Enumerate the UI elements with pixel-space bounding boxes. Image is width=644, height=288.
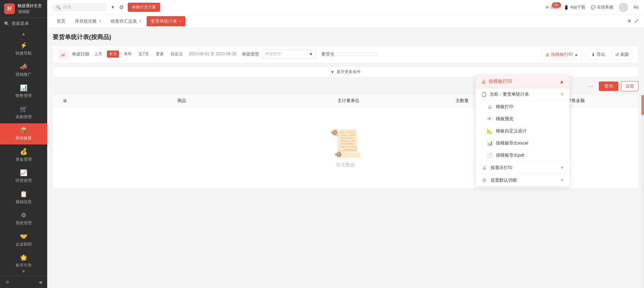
tab-receipt-summary-close[interactable]: × [139,19,141,24]
template-design-icon: 📐 [487,128,493,134]
sidebar-expand-icon[interactable]: ◀ [38,280,42,285]
sidebar-item-collab[interactable]: 🤝 企业协同 [0,229,47,251]
topbar-search[interactable]: 🔍 搜索 [53,3,107,11]
export-pdf-label: 按模板导出pdf [496,152,524,158]
display-print-arrow: ▼ [560,165,564,170]
sidebar-item-inventory[interactable]: 📦 库存核算 [0,123,47,145]
sidebar-item-purchase[interactable]: 🛒 采购管理 [0,102,47,123]
page-content: 要货单统计表(按商品) ⇄ 单据日期 上月 本月 本年 [47,28,644,288]
export-icon: ⬇ [591,52,595,57]
refresh-label: 刷新 [620,52,629,58]
date-btn-prev[interactable]: 上月 [92,51,104,58]
export-excel-label: 按模板导出excel [496,140,528,146]
tab-receipt-summary[interactable]: 收发存汇总表 × [107,16,145,26]
topbar: 🔍 搜索 ▼ ⚙ 体验行业方案 ✉ 消息 99+ 📱 App下载 💬 在线客服 … [47,0,644,15]
tab-order-stats-close[interactable]: × [179,19,181,24]
online-service-btn[interactable]: 💬 在线客服 [591,4,613,10]
goods-input[interactable] [337,53,378,56]
topbar-dropdown[interactable]: ▼ [111,5,115,10]
sidebar-item-sales[interactable]: 📊 销售管理 [0,81,47,102]
sidebar-item-quick-nav[interactable]: ⚡ 快捷导航 [0,38,47,60]
dropdown-export-pdf[interactable]: 📄 按模板导出pdf [476,149,569,161]
expand-label: 展开更多条件 [336,69,361,75]
print-template-btn[interactable]: 🖨 按模板打印 ▲ [541,50,582,60]
tab-batch-account-close[interactable]: × [99,19,101,24]
sidebar-item-operations[interactable]: 📈 经营管理 [0,166,47,187]
tab-order-stats[interactable]: 要货单统计表 × [147,16,185,26]
topbar-search-placeholder: 搜索 [63,4,71,10]
sidebar-settings-icon[interactable]: ⚙ [5,280,9,285]
dropdown-current-template[interactable]: 📋 当前：要货单统计表 ▼ [476,88,569,101]
dropdown-export-excel[interactable]: 📊 按模板导出excel [476,137,569,149]
scroll-thumb[interactable] [641,95,644,115]
finance-icon: 💰 [20,148,27,155]
refresh-icon: ↺ [615,52,619,57]
export-label: 导出 [596,52,605,58]
current-template-content: 📋 当前：要货单统计表 [481,91,529,97]
window-maximize-btn[interactable]: ⤢ [634,18,639,24]
app-download-btn[interactable]: 📱 App下载 [564,4,585,10]
goods-filter-section: 要货仓 [321,51,378,57]
date-btn-current[interactable]: 本月 [107,51,119,58]
trial-button[interactable]: 体验行业方案 [128,3,160,12]
more-dots[interactable]: ··· [588,83,593,90]
operations-label: 经营管理 [16,178,32,184]
sidebar-search-label: 搜索菜单 [11,21,29,27]
export-excel-icon: 📊 [487,140,493,146]
purchase-label: 采购管理 [16,114,32,120]
doctype-arrow: ▼ [309,52,313,57]
date-btn-more[interactable]: 更多 [154,51,166,58]
date-btn-year[interactable]: 本年 [122,51,134,58]
tabs-window-controls: ✕ ⤢ [627,18,639,24]
settings-button[interactable]: 设置 [621,81,639,91]
window-close-btn[interactable]: ✕ [627,18,632,24]
filter-expand-icon-btn[interactable]: ⇄ [58,50,68,60]
online-service-label: 在线客服 [597,4,613,10]
sidebar-logo: 好 畅捷通好生意 标准版 [0,0,47,18]
dropdown-template-preview[interactable]: 👁 模板预览 [476,113,569,125]
sidebar-item-system[interactable]: ⚙ 系统管理 [0,208,47,229]
template-preview-icon: 👁 [487,116,493,122]
current-template-icon: 📋 [481,92,487,97]
doctype-select[interactable]: 单据类型 ▼ [262,50,316,59]
date-btn-7days[interactable]: 近7天 [137,51,151,58]
tab-home[interactable]: 首页 [53,16,69,26]
dropdown-header-arrow: ▲ [559,79,564,84]
refresh-btn[interactable]: ↺ 刷新 [612,50,633,60]
dropdown-set-default[interactable]: ⚙ 设置默认功能 ▼ [476,174,569,186]
sidebar-item-finance[interactable]: 💰 资金管理 [0,145,47,166]
dropdown-header-print-icon: 🖨 [481,79,486,84]
template-design-label: 模板自定义设计 [496,128,527,134]
topbar-gear-icon[interactable]: ⚙ [119,4,124,10]
dropdown-template-design[interactable]: 📐 模板自定义设计 [476,125,569,137]
basic-label: 基础信息 [16,199,32,205]
sidebar-search-btn[interactable]: 🔍 搜索菜单 [0,18,47,29]
sidebar-item-marketing[interactable]: 📣 营销推广 [0,60,47,81]
dropdown-display-print[interactable]: 🖨 按显示打印 ▼ [476,161,569,174]
empty-illustration: 📜 [329,128,362,159]
col-settings[interactable]: ⚙ [58,98,72,103]
user-name[interactable]: Rit [634,5,639,10]
print-dropdown-menu: 🖨 按模板打印 ▲ 📋 当前：要货单统计表 ▼ 🖨 模板打印 👁 [475,75,570,187]
sidebar-item-guide[interactable]: 🌟 新手引导 [0,251,47,267]
dropdown-template-print[interactable]: 🖨 模板打印 [476,101,569,113]
export-btn[interactable]: ⬇ 导出 [588,50,609,60]
message-btn[interactable]: ✉ 消息 99+ [546,4,558,10]
goods-filter-label: 要货仓 [321,51,334,57]
dropdown-header[interactable]: 🖨 按模板打印 ▲ [476,75,569,88]
tab-batch-account[interactable]: 库存批次账 × [71,16,105,26]
tab-home-label: 首页 [57,18,65,24]
query-button[interactable]: 查询 [599,82,618,91]
basic-icon: 📋 [20,190,27,198]
date-btn-custom[interactable]: 自定义 [169,51,185,58]
scroll-track[interactable] [641,95,644,288]
logo-text: 畅捷通好生意 [18,3,42,9]
sidebar-item-basic[interactable]: 📋 基础信息 [0,187,47,208]
user-avatar[interactable] [619,3,628,12]
message-badge: 99+ [552,2,561,8]
display-print-icon: 🖨 [481,165,487,170]
template-print-icon: 🖨 [487,104,493,109]
sidebar-scroll-down[interactable]: ▼ [0,267,47,276]
doctype-filter-label: 单据类型 [242,51,259,57]
sidebar-scroll-up[interactable]: ▲ [0,29,47,38]
